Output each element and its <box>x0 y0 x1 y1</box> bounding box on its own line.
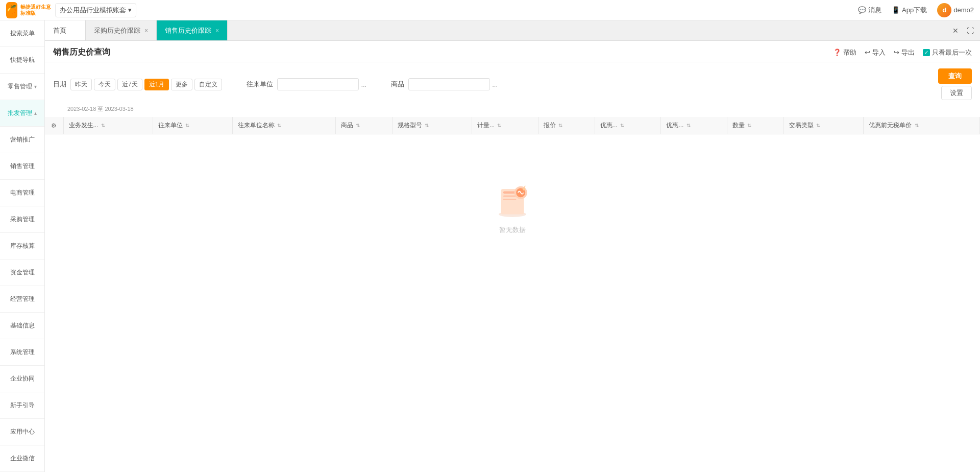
sidebar-label-search: 搜索菜单 <box>10 29 35 38</box>
date-btn-custom[interactable]: 自定义 <box>194 79 222 90</box>
date-range-display: 2023-02-18 至 2023-03-18 <box>53 105 972 117</box>
gear-icon[interactable]: ⚙ <box>51 122 57 129</box>
tab-sales-history-label: 销售历史价跟踪 <box>165 26 211 35</box>
sidebar-item-shortcut[interactable]: 快捷导航 <box>0 47 44 74</box>
th-goods-label: 商品 <box>341 122 353 129</box>
table-header: ⚙ 业务发生... ⇅ 往来单位 ⇅ 往来单位名称 <box>45 117 980 134</box>
sidebar-label-enterprise: 企业协同 <box>10 374 35 383</box>
th-price[interactable]: 报价 ⇅ <box>538 117 595 134</box>
th-settings[interactable]: ⚙ <box>45 117 63 134</box>
only-last-checkbox[interactable]: ✓ 只看最后一次 <box>923 48 972 57</box>
th-quantity[interactable]: 数量 ⇅ <box>727 117 784 134</box>
th-discount1[interactable]: 优惠... ⇅ <box>595 117 661 134</box>
th-biz-date[interactable]: 业务发生... ⇅ <box>63 117 153 134</box>
export-label: 导出 <box>901 48 915 57</box>
data-table: ⚙ 业务发生... ⇅ 往来单位 ⇅ 往来单位名称 <box>45 117 980 134</box>
th-goods[interactable]: 商品 ⇅ <box>335 117 392 134</box>
sidebar-item-enterprise[interactable]: 企业协同 <box>0 366 44 392</box>
fullscreen-btn[interactable]: ⛶ <box>965 25 976 37</box>
sidebar-item-finance[interactable]: 资金管理 <box>0 259 44 286</box>
th-spec[interactable]: 规格型号 ⇅ <box>392 117 472 134</box>
sidebar-label-operation: 经营管理 <box>10 295 35 303</box>
sidebar-item-retail[interactable]: 零售管理 ▾ <box>0 74 44 100</box>
close-window-btn[interactable]: ✕ <box>950 25 961 37</box>
sort-icon-trade-type: ⇅ <box>816 123 820 128</box>
avatar: d <box>937 3 951 17</box>
sidebar-label-basic: 基础信息 <box>10 321 35 330</box>
sidebar-item-newbie[interactable]: 新手引导 <box>0 392 44 419</box>
tab-sales-history-close[interactable]: × <box>215 28 219 34</box>
tab-home[interactable]: 首页 <box>45 20 86 40</box>
th-unit[interactable]: 计量... ⇅ <box>472 117 538 134</box>
sort-icon-discount2: ⇅ <box>687 123 691 128</box>
goods-input[interactable] <box>408 78 490 90</box>
sidebar-item-corpwx[interactable]: 企业微信 <box>0 445 44 472</box>
tab-purchase-history-close[interactable]: × <box>144 28 148 34</box>
sidebar-item-operation[interactable]: 经营管理 <box>0 286 44 313</box>
partner-input-wrap: ... <box>277 78 366 90</box>
top-bar: 🍊 畅捷通好生意 标准版 办公用品行业模拟账套 ▾ 💬 消息 📱 App下载 d… <box>0 0 980 20</box>
th-discount2-label: 优惠... <box>666 122 683 129</box>
sort-icon-quantity: ⇅ <box>747 123 751 128</box>
settings-btn[interactable]: 设置 <box>941 86 972 100</box>
page-header: 销售历史价查询 ❓ 帮助 ↩ 导入 ↪ 导出 ✓ <box>45 41 980 62</box>
query-btn[interactable]: 查询 <box>938 68 972 84</box>
logo-text: 畅捷通好生意 标准版 <box>20 4 51 16</box>
th-tax-price-label: 优惠前无税单价 <box>869 122 912 129</box>
sidebar-item-appstore[interactable]: 应用中心 <box>0 419 44 445</box>
table-container: ⚙ 业务发生... ⇅ 往来单位 ⇅ 往来单位名称 <box>45 117 980 472</box>
sidebar: 搜索菜单 快捷导航 零售管理 ▾ 批发管理 ▴ 营销推广 销售管理 电商管理 采… <box>0 20 45 472</box>
workspace-selector[interactable]: 办公用品行业模拟账套 ▾ <box>55 3 136 17</box>
sidebar-item-wholesale[interactable]: 批发管理 ▴ <box>0 100 44 127</box>
import-btn[interactable]: ↩ 导入 <box>865 48 886 57</box>
date-btn-more[interactable]: 更多 <box>171 79 192 90</box>
sidebar-label-purchase: 采购管理 <box>10 215 35 224</box>
sort-icon-price: ⇅ <box>558 123 562 128</box>
date-btn-yesterday[interactable]: 昨天 <box>70 79 92 90</box>
messages-btn[interactable]: 💬 消息 <box>858 6 881 15</box>
help-btn[interactable]: ❓ 帮助 <box>833 48 856 57</box>
partner-input[interactable] <box>277 78 359 90</box>
user-menu[interactable]: d demo2 <box>937 3 974 17</box>
tab-sales-history[interactable]: 销售历史价跟踪 × <box>157 20 228 40</box>
date-btn-1month[interactable]: 近1月 <box>144 79 169 90</box>
page-content: 销售历史价查询 ❓ 帮助 ↩ 导入 ↪ 导出 ✓ <box>45 41 980 472</box>
sidebar-label-appstore: 应用中心 <box>10 428 35 436</box>
sidebar-label-wholesale: 批发管理 <box>8 109 32 117</box>
partner-input-dots[interactable]: ... <box>361 81 366 88</box>
sidebar-item-basic[interactable]: 基础信息 <box>0 313 44 339</box>
message-icon: 💬 <box>858 6 866 14</box>
sort-icon-tax-price: ⇅ <box>915 123 919 128</box>
export-btn[interactable]: ↪ 导出 <box>894 48 915 57</box>
sidebar-item-system[interactable]: 系统管理 <box>0 339 44 366</box>
sidebar-item-marketing[interactable]: 营销推广 <box>0 127 44 153</box>
sidebar-item-purchase[interactable]: 采购管理 <box>0 206 44 233</box>
sidebar-item-inventory[interactable]: 库存核算 <box>0 233 44 259</box>
sidebar-item-search[interactable]: 搜索菜单 <box>0 20 44 47</box>
workspace-label: 办公用品行业模拟账套 <box>60 6 126 15</box>
messages-label: 消息 <box>868 6 881 15</box>
th-partner-code[interactable]: 往来单位 ⇅ <box>153 117 232 134</box>
partner-label: 往来单位 <box>247 80 273 89</box>
th-trade-type[interactable]: 交易类型 ⇅ <box>783 117 863 134</box>
date-btn-7days[interactable]: 近7天 <box>117 79 142 90</box>
th-partner-name[interactable]: 往来单位名称 ⇅ <box>233 117 336 134</box>
chevron-down-icon: ▾ <box>34 84 37 89</box>
help-label: 帮助 <box>843 48 856 57</box>
page-title: 销售历史价查询 <box>53 47 110 58</box>
top-bar-right: 💬 消息 📱 App下载 d demo2 <box>858 3 974 17</box>
goods-input-dots[interactable]: ... <box>492 81 498 88</box>
th-discount2[interactable]: 优惠... ⇅ <box>661 117 727 134</box>
download-btn[interactable]: 📱 App下载 <box>892 6 927 15</box>
th-tax-price[interactable]: 优惠前无税单价 ⇅ <box>864 117 980 134</box>
date-btn-today[interactable]: 今天 <box>94 79 115 90</box>
help-icon: ❓ <box>833 49 841 56</box>
logo: 🍊 畅捷通好生意 标准版 <box>6 2 51 18</box>
th-unit-label: 计量... <box>477 122 495 129</box>
sidebar-item-ecommerce[interactable]: 电商管理 <box>0 180 44 206</box>
th-discount1-label: 优惠... <box>600 122 618 129</box>
tab-purchase-history[interactable]: 采购历史价跟踪 × <box>86 20 157 40</box>
date-label: 日期 <box>53 80 66 89</box>
tab-purchase-history-label: 采购历史价跟踪 <box>94 26 140 35</box>
sidebar-item-sales[interactable]: 销售管理 <box>0 153 44 180</box>
